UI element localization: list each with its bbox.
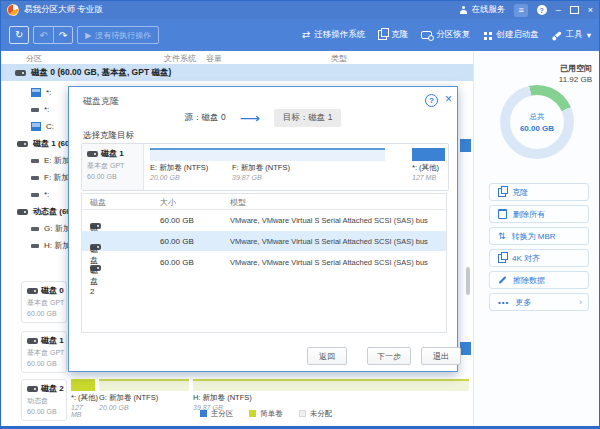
used-space-value: 11.92 GB bbox=[536, 75, 592, 84]
tree-item-label: *: bbox=[44, 105, 49, 114]
back-button[interactable]: 返回 bbox=[307, 347, 347, 365]
sidebar-clone-button[interactable]: 克隆 bbox=[489, 183, 589, 201]
sidebar: 已用空间 11.92 GB 总共 60.00 GB 克隆 删除所有 ⇅ 转换为 … bbox=[473, 51, 600, 427]
sidebar-more-button[interactable]: ••• 更多 › bbox=[489, 293, 589, 311]
cell-size: 60.00 GB bbox=[160, 216, 194, 225]
preview-partition-f[interactable]: F: 新加卷 (NTFS) 39.87 GB bbox=[232, 148, 385, 181]
cell-model: VMware, VMware Virtual S Serial Attached… bbox=[230, 237, 428, 246]
undo-button[interactable]: ↶ bbox=[34, 27, 52, 43]
exit-button[interactable]: 退出 bbox=[421, 347, 461, 365]
disk-table: 磁盘 大小 模型 磁盘 0 60.00 GB VMware, VMware Vi… bbox=[81, 193, 447, 333]
migrate-os-button[interactable]: ⇄ 迁移操作系统 bbox=[302, 29, 365, 41]
preview-disk-size: 60.00 GB bbox=[87, 173, 143, 180]
col-filesystem: 文件系统 bbox=[164, 53, 196, 64]
disk-icon bbox=[27, 288, 38, 294]
preview-disk-card: 磁盘 1 基本盘 GPT 60.00 GB bbox=[82, 144, 144, 190]
partition-bar[interactable] bbox=[150, 148, 236, 161]
sidebar-button-label: 转换为 MBR bbox=[512, 231, 556, 242]
sidebar-convert-mbr-button[interactable]: ⇅ 转换为 MBR bbox=[489, 227, 589, 245]
vertical-scrollbar[interactable] bbox=[466, 267, 470, 295]
tree-item-disk0-selected[interactable]: 磁盘 0 (60.00 GB, 基本盘, GPT 磁盘) bbox=[1, 64, 473, 81]
table-row-disk0[interactable]: 磁盘 0 60.00 GB VMware, VMware Virtual S S… bbox=[82, 210, 446, 230]
online-service-button[interactable]: 在线服务 bbox=[460, 4, 505, 16]
preview-disk-name: 磁盘 1 bbox=[101, 148, 124, 159]
tree-item-partition[interactable]: *: bbox=[31, 187, 49, 202]
table-row-disk1-selected[interactable]: 磁盘 1 60.00 GB VMware, VMware Virtual S S… bbox=[82, 231, 446, 251]
dialog-title: 磁盘克隆 bbox=[83, 95, 119, 108]
disk-card-0[interactable]: 磁盘 0 基本盘 GPT 60.00 GB bbox=[21, 281, 67, 323]
trash-icon bbox=[498, 209, 507, 219]
close-button[interactable]: × bbox=[588, 4, 593, 16]
table-row-disk2[interactable]: 磁盘 2 60.00 GB VMware, VMware Virtual S S… bbox=[82, 252, 446, 272]
tree-item-partition[interactable]: *: bbox=[31, 85, 51, 100]
disk-usage-donut-chart: 总共 60.00 GB bbox=[500, 85, 574, 159]
partition-recovery-label: 分区恢复 bbox=[436, 29, 470, 41]
partition-block-g[interactable]: G: 新加卷 (NTFS) 20.00 GB bbox=[99, 379, 189, 411]
toolbar: ↻ ↶ ↷ ▶ 没有待执行操作 ⇄ 迁移操作系统 克隆 分区恢复 创建启动盘 工… bbox=[1, 19, 599, 51]
partition-bar-fragment bbox=[460, 342, 471, 355]
partition-block-h[interactable]: H: 新加卷 (NTFS) 39.87 GB bbox=[193, 379, 469, 411]
select-target-label: 选择克隆目标 bbox=[83, 130, 134, 142]
total-value: 60.00 GB bbox=[520, 124, 554, 133]
online-service-label: 在线服务 bbox=[471, 4, 505, 16]
disk-card-1[interactable]: 磁盘 1 基本盘 GPT 60.00 GB bbox=[21, 331, 67, 373]
create-bootable-disk-button[interactable]: 创建启动盘 bbox=[483, 29, 539, 41]
menu-icon[interactable]: ≡ bbox=[514, 4, 527, 17]
next-button[interactable]: 下一步 bbox=[367, 347, 411, 365]
sidebar-4k-align-button[interactable]: 4K 对齐 bbox=[489, 249, 589, 267]
sidebar-wipe-data-button[interactable]: 擦除数据 bbox=[489, 271, 589, 289]
tools-button[interactable]: 工具 ▾ bbox=[552, 29, 591, 41]
copy-icon bbox=[498, 188, 506, 197]
align-icon bbox=[498, 254, 506, 263]
partition-bar[interactable] bbox=[99, 379, 189, 391]
partition-bar[interactable] bbox=[71, 379, 95, 391]
legend-label: 主分区 bbox=[211, 409, 234, 418]
preview-partition-other[interactable]: *: (其他) 127 MB bbox=[412, 148, 445, 181]
create-bootable-label: 创建启动盘 bbox=[496, 29, 539, 41]
partition-bar[interactable] bbox=[232, 148, 385, 161]
refresh-button[interactable]: ↻ bbox=[9, 26, 29, 44]
tree-item-label: *: bbox=[46, 88, 51, 97]
tree-item-partition[interactable]: C: bbox=[31, 119, 54, 134]
disk-card-name: 磁盘 2 bbox=[41, 383, 64, 394]
partition-label: F: 新加卷 (NTFS) bbox=[232, 163, 385, 173]
col-size: 大小 bbox=[160, 197, 176, 208]
partition-icon bbox=[31, 159, 39, 163]
dialog-close-icon[interactable]: × bbox=[445, 92, 452, 106]
partition-size: 127 MB bbox=[412, 174, 445, 181]
partition-icon bbox=[31, 227, 39, 231]
partition-label: H: 新加卷 (NTFS) bbox=[193, 393, 469, 403]
simple-volume-color-swatch bbox=[249, 410, 256, 417]
legend-primary: 主分区 bbox=[200, 409, 234, 419]
help-icon[interactable]: ? bbox=[537, 5, 547, 15]
partition-size: 39.87 GB bbox=[232, 174, 385, 181]
arrow-right-icon: ⟶ bbox=[240, 113, 260, 123]
col-capacity: 容量 bbox=[206, 53, 222, 64]
disk-card-name: 磁盘 1 bbox=[41, 335, 64, 346]
app-title: 易我分区大师 专业版 bbox=[24, 4, 103, 16]
preview-partition-e[interactable]: E: 新加卷 (NTFS) 20.00 GB bbox=[150, 148, 236, 181]
sidebar-button-label: 克隆 bbox=[512, 187, 528, 198]
col-model: 模型 bbox=[230, 197, 246, 208]
disk-icon bbox=[27, 386, 38, 392]
copy-icon bbox=[378, 30, 387, 40]
sidebar-delete-all-button[interactable]: 删除所有 bbox=[489, 205, 589, 223]
disk-table-header: 磁盘 大小 模型 bbox=[82, 194, 446, 210]
pending-operations-button[interactable]: ▶ 没有待执行操作 bbox=[77, 26, 159, 44]
dialog-help-icon[interactable]: ? bbox=[425, 94, 438, 107]
cell-size: 60.00 GB bbox=[160, 258, 194, 267]
partition-bar[interactable] bbox=[193, 379, 469, 391]
more-dots-icon: ••• bbox=[498, 298, 509, 307]
partition-bar[interactable] bbox=[412, 148, 445, 161]
clone-button[interactable]: 克隆 bbox=[378, 29, 408, 41]
disk0-row-label: 磁盘 0 (60.00 GB, 基本盘, GPT 磁盘) bbox=[31, 67, 171, 79]
preview-disk-type: 基本盘 GPT bbox=[87, 161, 143, 171]
redo-button[interactable]: ↷ bbox=[53, 27, 72, 43]
tree-item-partition[interactable]: *: bbox=[31, 102, 49, 117]
clone-label: 克隆 bbox=[391, 29, 408, 41]
partition-icon bbox=[31, 193, 39, 197]
maximize-button[interactable] bbox=[570, 6, 579, 14]
minimize-button[interactable]: – bbox=[556, 4, 561, 16]
partition-icon bbox=[31, 108, 39, 112]
partition-recovery-button[interactable]: 分区恢复 bbox=[421, 29, 470, 41]
